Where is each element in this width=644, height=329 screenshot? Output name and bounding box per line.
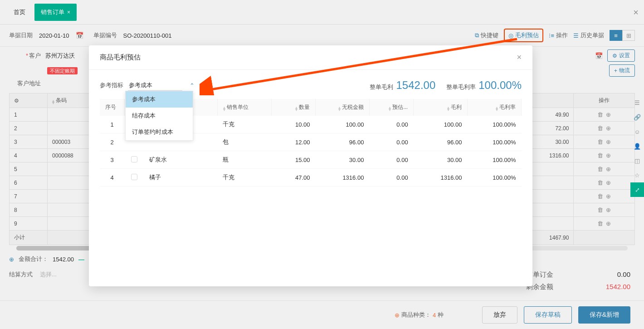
amt-h: 无税金额 [342, 104, 364, 110]
cell-qty: 10.00 [271, 116, 315, 133]
col-est[interactable]: ▴▾预估... [369, 99, 413, 116]
cell-est: 0.00 [369, 116, 413, 133]
filter-row: 参考指标 ⌃ 参考成本结存成本订单签约时成本 整单毛利1542.00 整单毛利率… [100, 79, 522, 92]
cell-seq: 3 [100, 151, 124, 169]
cell-est: 0.00 [369, 133, 413, 151]
col-rate[interactable]: ▴▾毛利率 [468, 99, 522, 116]
pf-h: 毛利 [451, 104, 462, 110]
cell-amount: 96.00 [316, 133, 370, 151]
col-amount[interactable]: ▴▾无税金额 [316, 99, 370, 116]
modal-body: 参考指标 ⌃ 参考成本结存成本订单签约时成本 整单毛利1542.00 整单毛利率… [89, 70, 532, 286]
cell-profit: 100.00 [414, 116, 468, 133]
sort-icon: ▴▾ [496, 106, 498, 111]
cell-name: 橘子 [144, 169, 217, 187]
sort-icon: ▴▾ [389, 106, 391, 111]
cell-unit: 千克 [217, 116, 271, 133]
unit-h: 销售单位 [227, 104, 249, 110]
cell-profit: 1316.00 [414, 169, 468, 187]
filter-label: 参考指标 [100, 81, 123, 89]
sort-icon: ▴▾ [223, 106, 225, 111]
cell-seq: 1 [100, 116, 124, 133]
cell-qty: 12.00 [271, 133, 315, 151]
cell-est: 0.00 [369, 169, 413, 187]
total-rate-value: 100.00% [478, 79, 522, 91]
cell-rate: 100.00% [468, 151, 522, 169]
checkbox[interactable] [131, 156, 137, 162]
table-row[interactable]: 4橘子千克47.001316.000.001316.00100.00% [100, 169, 522, 187]
cell-unit: 包 [217, 133, 271, 151]
cell-rate: 100.00% [468, 116, 522, 133]
col-seq: 序号 [100, 99, 124, 116]
cell-name: 矿泉水 [144, 151, 217, 169]
total-rate-label: 整单毛利率 [446, 83, 476, 90]
cell-unit: 千克 [217, 169, 271, 187]
cell-seq: 4 [100, 169, 124, 187]
reference-indicator-select[interactable] [128, 80, 182, 91]
chevron-up-icon[interactable]: ⌃ [190, 82, 195, 89]
checkbox[interactable] [131, 174, 137, 180]
modal-stats: 整单毛利1542.00 整单毛利率100.00% [370, 79, 522, 92]
dropdown-option[interactable]: 参考成本 [126, 91, 193, 108]
dropdown-option[interactable]: 订单签约时成本 [126, 124, 193, 140]
table-row[interactable]: 3矿泉水瓶15.0030.000.0030.00100.00% [100, 151, 522, 169]
total-profit-label: 整单毛利 [370, 83, 393, 90]
cell-rate: 100.00% [468, 169, 522, 187]
col-qty[interactable]: ▴▾数量 [271, 99, 315, 116]
cell-amount: 30.00 [316, 151, 370, 169]
cell-unit: 瓶 [217, 151, 271, 169]
cell-profit: 96.00 [414, 133, 468, 151]
cell-qty: 15.00 [271, 151, 315, 169]
qty-h: 数量 [299, 104, 310, 110]
cell-rate: 100.00% [468, 133, 522, 151]
modal-title: 商品毛利预估 [100, 53, 141, 62]
reference-indicator-dropdown: 参考成本结存成本订单签约时成本 [125, 91, 193, 141]
col-unit[interactable]: ▴▾销售单位 [217, 99, 271, 116]
sort-icon: ▴▾ [295, 106, 298, 111]
est-h: 预估... [392, 104, 408, 110]
col-profit[interactable]: ▴▾毛利 [414, 99, 468, 116]
rt-h: 毛利率 [499, 104, 516, 110]
cell-amount: 100.00 [316, 116, 370, 133]
cell-seq: 2 [100, 133, 124, 151]
modal-header: 商品毛利预估 × [89, 45, 532, 70]
close-icon[interactable]: × [517, 53, 522, 62]
sort-icon: ▴▾ [338, 106, 341, 111]
total-profit-value: 1542.00 [396, 79, 435, 91]
cell-qty: 47.00 [271, 169, 315, 187]
cell-est: 0.00 [369, 151, 413, 169]
sort-icon: ▴▾ [447, 106, 449, 111]
dropdown-option[interactable]: 结存成本 [126, 108, 193, 124]
cell-profit: 30.00 [414, 151, 468, 169]
cell-amount: 1316.00 [316, 169, 370, 187]
profit-estimate-modal: 商品毛利预估 × 参考指标 ⌃ 参考成本结存成本订单签约时成本 整单毛利1542… [89, 45, 532, 286]
